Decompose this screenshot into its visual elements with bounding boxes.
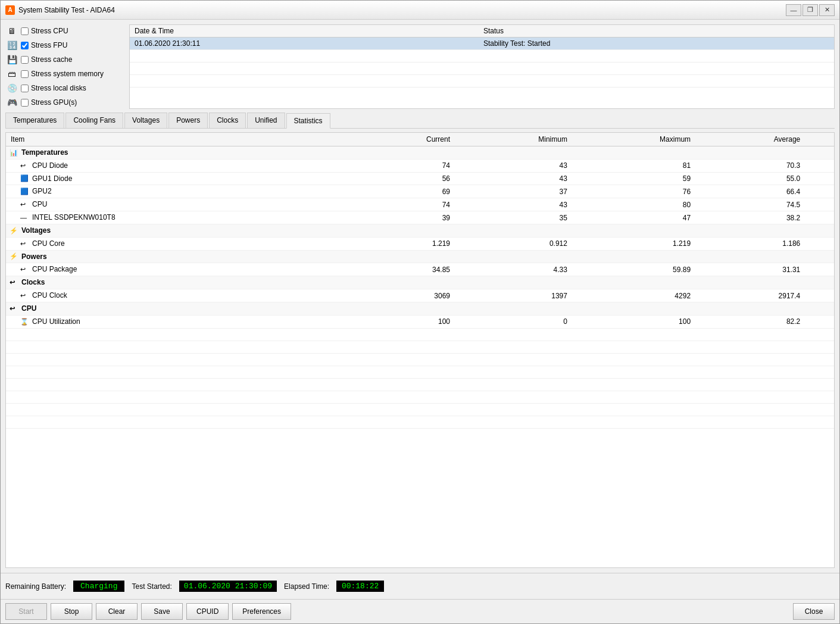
- tab-powers[interactable]: Powers: [168, 113, 208, 128]
- stress-gpus-option: 🎮 Stress GPU(s): [5, 96, 124, 109]
- stats-row-empty: [6, 353, 834, 366]
- stress-disks-icon: 💿: [5, 83, 18, 93]
- title-bar-buttons: — ❐ ✕: [786, 4, 835, 16]
- stats-row-empty: [6, 378, 834, 391]
- val-cpu-util-avg: 82.2: [695, 315, 805, 328]
- stats-row-empty: [6, 391, 834, 403]
- elapsed-value: 00:18:22: [336, 581, 384, 592]
- stress-gpus-checkbox[interactable]: [21, 99, 29, 107]
- val-gpu1-diode-min: 43: [455, 172, 572, 185]
- stress-fpu-label: Stress FPU: [31, 41, 67, 49]
- stats-col-minimum: Minimum: [455, 133, 572, 146]
- val-ssd-min: 35: [455, 211, 572, 224]
- top-section: 🖥 Stress CPU 🔢 Stress FPU 💾 Stress cache…: [5, 24, 835, 109]
- tabs-bar: Temperatures Cooling Fans Voltages Power…: [5, 113, 835, 129]
- stats-panel[interactable]: Item Current Minimum Maximum Average 📊Te…: [5, 132, 835, 568]
- stats-row-empty: [6, 341, 834, 353]
- val-cpu-clk-max: 4292: [572, 289, 695, 302]
- test-started-value: 01.06.2020 21:30:09: [179, 581, 277, 592]
- group-voltages: ⚡Voltages: [6, 224, 834, 237]
- volt-group-icon: ⚡: [10, 227, 19, 235]
- item-cpu-util: ⌛CPU Utilization: [6, 315, 353, 328]
- restore-button[interactable]: ❐: [802, 4, 818, 16]
- val-cpu-pkg-max: 59.89: [572, 263, 695, 276]
- content-area: 🖥 Stress CPU 🔢 Stress FPU 💾 Stress cache…: [1, 20, 839, 573]
- table-row: ↩CPU 74 43 80 74.5: [6, 198, 834, 211]
- val-cpu-diode-min: 43: [455, 159, 572, 172]
- item-intel-ssd: —INTEL SSDPEKNW010T8: [6, 211, 353, 224]
- stress-options-panel: 🖥 Stress CPU 🔢 Stress FPU 💾 Stress cache…: [5, 24, 124, 109]
- stress-cpu-checkbox[interactable]: [21, 27, 29, 35]
- preferences-button[interactable]: Preferences: [232, 603, 291, 620]
- tab-clocks[interactable]: Clocks: [209, 113, 246, 128]
- log-row: 01.06.2020 21:30:11 Stability Test: Star…: [130, 38, 834, 50]
- table-row: 🟦GPU1 Diode 56 43 59 55.0: [6, 172, 834, 185]
- stress-gpus-icon: 🎮: [5, 97, 18, 108]
- power-group-icon: ⚡: [10, 252, 19, 261]
- val-gpu2-max: 76: [572, 185, 695, 198]
- battery-value: Charging: [73, 581, 124, 592]
- stats-col-item: Item: [6, 133, 353, 146]
- close-button[interactable]: Close: [793, 603, 835, 620]
- item-cpu-package: ↩CPU Package: [6, 263, 353, 276]
- tab-temperatures[interactable]: Temperatures: [5, 113, 64, 128]
- val-cpu-min: 43: [455, 198, 572, 211]
- val-cpu-diode-avg: 70.3: [695, 159, 805, 172]
- stress-fpu-checkbox[interactable]: [21, 42, 29, 49]
- stop-button[interactable]: Stop: [51, 603, 92, 620]
- start-button[interactable]: Start: [5, 603, 47, 620]
- val-gpu2-avg: 66.4: [695, 185, 805, 198]
- val-cpu-util-max: 100: [572, 315, 695, 328]
- val-gpu1-diode-avg: 55.0: [695, 172, 805, 185]
- stress-disks-checkbox[interactable]: [21, 85, 29, 92]
- val-cpu-max: 80: [572, 198, 695, 211]
- val-gpu1-diode-cur: 56: [353, 172, 455, 185]
- val-cpu-util-min: 0: [455, 315, 572, 328]
- tabs-section: Temperatures Cooling Fans Voltages Power…: [5, 113, 835, 129]
- log-row-empty: [130, 63, 834, 75]
- item-cpu-core: ↩CPU Core: [6, 237, 353, 250]
- log-cell-status: Stability Test: Started: [479, 38, 834, 50]
- table-row: 🟦GPU2 69 37 76 66.4: [6, 185, 834, 198]
- log-col-status: Status: [479, 25, 834, 38]
- log-col-datetime: Date & Time: [130, 25, 479, 38]
- tab-unified[interactable]: Unified: [247, 113, 285, 128]
- item-gpu2: 🟦GPU2: [6, 185, 353, 198]
- stats-col-maximum: Maximum: [572, 133, 695, 146]
- minimize-button[interactable]: —: [786, 4, 801, 16]
- log-panel: Date & Time Status 01.06.2020 21:30:11 S…: [129, 24, 835, 109]
- clear-button[interactable]: Clear: [96, 603, 138, 620]
- val-cpu-avg: 74.5: [695, 198, 805, 211]
- val-cpu-pkg-cur: 34.85: [353, 263, 455, 276]
- val-ssd-cur: 39: [353, 211, 455, 224]
- item-gpu1-diode: 🟦GPU1 Diode: [6, 172, 353, 185]
- stress-fpu-option: 🔢 Stress FPU: [5, 39, 124, 52]
- save-button[interactable]: Save: [141, 603, 183, 620]
- val-gpu2-cur: 69: [353, 185, 455, 198]
- stress-memory-checkbox[interactable]: [21, 70, 29, 78]
- cpuid-button[interactable]: CPUID: [186, 603, 229, 620]
- window-title: System Stability Test - AIDA64: [18, 6, 786, 14]
- title-bar: A System Stability Test - AIDA64 — ❐ ✕: [1, 1, 839, 20]
- stress-cache-label: Stress cache: [31, 55, 72, 64]
- val-cpu-pkg-avg: 31.31: [695, 263, 805, 276]
- close-title-button[interactable]: ✕: [819, 4, 835, 16]
- clock-group-icon: ↩: [10, 279, 19, 287]
- stats-col-extra: [805, 133, 834, 146]
- tab-cooling-fans[interactable]: Cooling Fans: [65, 113, 123, 128]
- table-row: ⌛CPU Utilization 100 0 100 82.2: [6, 315, 834, 328]
- stress-cache-checkbox[interactable]: [21, 56, 29, 64]
- item-cpu: ↩CPU: [6, 198, 353, 211]
- item-cpu-clock: ↩CPU Clock: [6, 289, 353, 302]
- stress-memory-icon: 🗃: [5, 68, 18, 79]
- stats-row-empty: [6, 366, 834, 378]
- stress-cpu-icon: 🖥: [5, 26, 18, 36]
- cpu-group-icon: ↩: [10, 305, 19, 313]
- table-row: ↩CPU Diode 74 43 81 70.3: [6, 159, 834, 172]
- tab-voltages[interactable]: Voltages: [124, 113, 167, 128]
- val-ssd-avg: 38.2: [695, 211, 805, 224]
- val-cpu-core-max: 1.219: [572, 237, 695, 250]
- tab-statistics[interactable]: Statistics: [286, 113, 330, 129]
- stress-memory-label: Stress system memory: [31, 70, 104, 78]
- val-cpu-core-cur: 1.219: [353, 237, 455, 250]
